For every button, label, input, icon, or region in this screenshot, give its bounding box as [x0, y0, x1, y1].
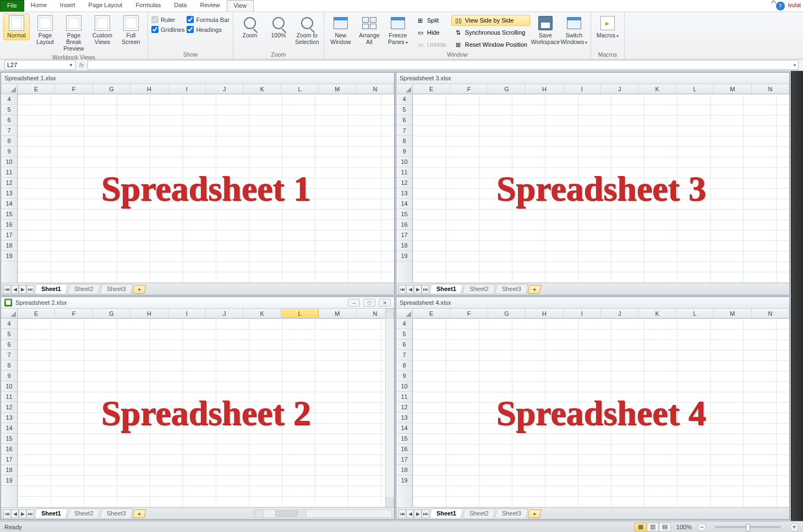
column-header[interactable]: K — [638, 309, 676, 318]
row-header[interactable]: 5 — [396, 105, 412, 115]
name-box[interactable]: L27▼ — [4, 60, 76, 70]
column-header[interactable]: G — [488, 309, 526, 318]
column-header[interactable]: J — [601, 84, 638, 94]
column-header[interactable]: L — [676, 309, 714, 318]
column-header[interactable]: K — [243, 309, 281, 318]
tab-nav-button[interactable]: ◀ — [406, 509, 414, 518]
arrange-all-button[interactable]: Arrange All — [356, 14, 383, 47]
row-header[interactable]: 8 — [1, 136, 17, 146]
row-header[interactable]: 12 — [396, 402, 412, 413]
new-sheet-button[interactable]: ✦ — [132, 509, 146, 518]
row-header[interactable]: 13 — [396, 413, 412, 423]
cells-area[interactable]: Spreadsheet 3 — [413, 94, 789, 283]
column-header[interactable]: J — [206, 84, 243, 94]
hide-button[interactable]: ▭Hide — [413, 27, 449, 38]
column-header[interactable]: I — [168, 84, 206, 94]
row-header[interactable]: 12 — [396, 178, 412, 188]
tab-nav-button[interactable]: ⏮ — [398, 285, 406, 294]
row-header[interactable]: 8 — [1, 360, 17, 371]
full-screen-button[interactable]: Full Screen — [118, 14, 144, 47]
column-header[interactable]: J — [601, 309, 638, 318]
pane-titlebar[interactable]: Spreadsheet 1.xlsx — [1, 73, 394, 84]
row-header[interactable]: 8 — [396, 136, 412, 146]
row-header[interactable]: 19 — [396, 475, 412, 486]
row-header[interactable]: 14 — [1, 423, 17, 434]
zoom-in-button[interactable]: + — [790, 523, 799, 531]
row-header[interactable]: 18 — [1, 240, 17, 251]
help-icon[interactable]: ? — [776, 2, 785, 10]
row-header[interactable]: 7 — [1, 125, 17, 136]
row-headers[interactable]: 45678910111213141516171819 — [1, 319, 18, 507]
column-header[interactable]: I — [564, 84, 601, 94]
sheet-tab-nav[interactable]: ⏮◀▶⏭ — [398, 509, 429, 518]
column-headers[interactable]: EFGHIJKLMN — [1, 84, 394, 94]
column-header[interactable]: E — [18, 309, 55, 318]
row-header[interactable]: 16 — [1, 444, 17, 454]
column-header[interactable]: H — [526, 309, 563, 318]
row-header[interactable]: 14 — [1, 199, 17, 209]
row-header[interactable]: 9 — [396, 146, 412, 157]
row-header[interactable]: 16 — [396, 220, 412, 230]
ruler-checkbox[interactable]: Ruler — [151, 16, 184, 23]
grid-body[interactable]: 45678910111213141516171819Spreadsheet 3 — [396, 94, 789, 283]
row-header[interactable]: 13 — [1, 413, 17, 423]
zoom-out-button[interactable]: − — [697, 523, 706, 531]
row-header[interactable]: 9 — [1, 371, 17, 381]
column-header[interactable]: M — [319, 84, 356, 94]
sheet-tab[interactable]: Sheet2 — [462, 508, 495, 518]
zoom-button[interactable]: Zoom — [237, 14, 263, 40]
pane-titlebar[interactable]: Spreadsheet 4.xlsx — [396, 297, 789, 309]
save-workspace-button[interactable]: Save Workspace — [532, 14, 559, 47]
column-header[interactable]: F — [55, 84, 92, 94]
column-header[interactable]: M — [714, 309, 751, 318]
row-header[interactable]: 4 — [1, 94, 17, 105]
select-all-corner[interactable] — [396, 84, 413, 94]
zoom-to-selection-button[interactable]: Zoom to Selection — [294, 14, 320, 47]
view-shortcut-buttons[interactable]: ▦ ▥ ▤ — [635, 523, 671, 531]
macros-button[interactable]: Macros▾ — [594, 14, 621, 40]
row-header[interactable]: 7 — [1, 350, 17, 360]
row-header[interactable]: 12 — [1, 178, 17, 188]
tab-formulas[interactable]: Formulas — [129, 0, 167, 12]
pane-titlebar[interactable]: Spreadsheet 3.xlsx — [396, 73, 789, 84]
tab-home[interactable]: Home — [24, 0, 53, 12]
column-header[interactable]: F — [450, 309, 488, 318]
gridlines-checkbox[interactable]: Gridlines — [151, 26, 184, 33]
column-header[interactable]: I — [564, 309, 601, 318]
sheet-tab[interactable]: Sheet3 — [100, 284, 133, 293]
row-header[interactable]: 10 — [1, 157, 17, 167]
column-header[interactable]: N — [752, 84, 789, 94]
tab-nav-button[interactable]: ▶ — [414, 509, 422, 518]
row-header[interactable]: 17 — [1, 454, 17, 465]
tab-nav-button[interactable]: ▶ — [19, 285, 26, 294]
row-header[interactable]: 10 — [396, 381, 412, 392]
synchronous-scrolling-button[interactable]: ⇅Synchronous Scrolling — [451, 27, 530, 38]
column-header[interactable]: J — [206, 309, 243, 318]
column-headers[interactable]: EFGHIJKLMN — [396, 309, 789, 319]
row-header[interactable]: 18 — [396, 465, 412, 475]
row-header[interactable]: 5 — [1, 329, 17, 339]
page-break-view-icon[interactable]: ▤ — [659, 523, 671, 531]
formula-bar[interactable]: ▾ — [88, 60, 799, 70]
column-header[interactable]: F — [450, 84, 488, 94]
sheet-tab[interactable]: Sheet1 — [429, 284, 463, 293]
page-layout-view-icon[interactable]: ▥ — [647, 523, 659, 531]
row-header[interactable]: 14 — [396, 199, 412, 209]
column-header[interactable]: E — [413, 309, 450, 318]
row-headers[interactable]: 45678910111213141516171819 — [396, 94, 413, 283]
cells-area[interactable]: Spreadsheet 2 — [18, 319, 394, 507]
row-header[interactable]: 15 — [396, 209, 412, 220]
grid-body[interactable]: 45678910111213141516171819Spreadsheet 4 — [396, 319, 789, 507]
column-header[interactable]: N — [357, 84, 394, 94]
reset-window-position-button[interactable]: ⊞Reset Window Position — [451, 39, 530, 50]
formula-bar-checkbox[interactable]: Formula Bar — [187, 16, 230, 23]
row-header[interactable]: 16 — [396, 444, 412, 454]
column-header[interactable]: H — [130, 309, 168, 318]
pane-titlebar[interactable]: Spreadsheet 2.xlsx–□✕ — [1, 297, 394, 309]
select-all-corner[interactable] — [1, 309, 18, 318]
row-header[interactable]: 9 — [1, 146, 17, 157]
tab-page-layout[interactable]: Page Layout — [82, 0, 129, 12]
row-header[interactable]: 19 — [1, 475, 17, 486]
row-header[interactable]: 17 — [1, 230, 17, 240]
column-header[interactable]: E — [18, 84, 55, 94]
